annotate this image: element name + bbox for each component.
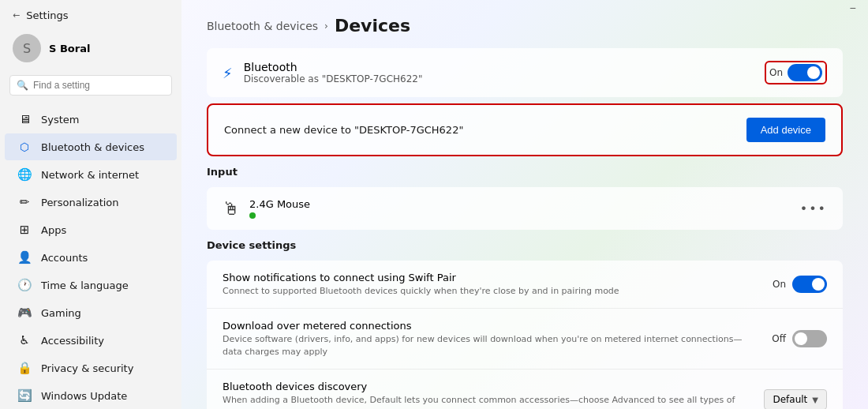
sidebar-item-time[interactable]: 🕐 Time & language [5, 272, 177, 298]
minimize-button[interactable]: ─ [850, 3, 855, 13]
sidebar-item-label: Personalization [41, 197, 119, 208]
back-button[interactable]: ← [13, 10, 20, 21]
discovery-info: Bluetooth devices discovery When adding … [223, 381, 764, 409]
sidebar-item-label: Bluetooth & devices [41, 141, 144, 153]
bluetooth-toggle-container: On [765, 61, 827, 84]
swift-pair-subtitle: Connect to supported Bluetooth devices q… [223, 285, 757, 297]
sidebar-item-privacy[interactable]: 🔒 Privacy & security [5, 355, 177, 381]
main-content: Bluetooth & devices › Devices ⚡ Bluetoot… [181, 0, 868, 409]
privacy-icon: 🔒 [17, 361, 32, 375]
system-icon: 🖥 [17, 112, 32, 126]
sidebar-item-personalization[interactable]: ✏ Personalization [5, 189, 177, 216]
device-info: 🖱 2.4G Mouse [223, 198, 310, 219]
metered-subtitle: Device software (drivers, info, and apps… [223, 333, 756, 358]
add-device-card: Connect a new device to "DESKTOP-7GCH622… [207, 103, 843, 156]
breadcrumb-sep: › [324, 21, 328, 32]
accessibility-icon: ♿ [17, 333, 32, 347]
gaming-icon: 🎮 [17, 306, 32, 320]
chevron-down-icon: ▼ [812, 396, 818, 404]
bluetooth-card: ⚡ Bluetooth Discoverable as "DESKTOP-7GC… [207, 48, 843, 97]
sidebar-item-label: System [41, 114, 79, 126]
metered-control: Off [772, 330, 827, 347]
sidebar-item-label: Gaming [41, 307, 81, 319]
search-box[interactable]: 🔍 [9, 75, 172, 96]
sidebar-item-label: Apps [41, 224, 66, 236]
swift-pair-title: Show notifications to connect using Swif… [223, 272, 757, 283]
network-icon: 🌐 [17, 167, 32, 182]
sidebar-item-label: Accessibility [41, 335, 104, 347]
device-connected-dot [249, 212, 256, 219]
add-device-button[interactable]: Add device [746, 118, 825, 142]
personalization-icon: ✏ [17, 195, 32, 209]
discovery-title: Bluetooth devices discovery [223, 381, 748, 392]
apps-icon: ⊞ [17, 223, 32, 237]
sidebar-item-network[interactable]: 🌐 Network & internet [5, 161, 177, 188]
avatar: S [13, 34, 41, 62]
sidebar-item-update[interactable]: 🔄 Windows Update [5, 382, 177, 409]
metered-info: Download over metered connections Device… [223, 320, 772, 358]
bluetooth-info: ⚡ Bluetooth Discoverable as "DESKTOP-7GC… [223, 61, 422, 84]
window-controls: ─ [850, 3, 855, 13]
page-header: Bluetooth & devices › Devices [181, 0, 868, 48]
metered-title: Download over metered connections [223, 320, 756, 332]
bluetooth-toggle[interactable] [788, 64, 822, 81]
username: S Boral [49, 43, 90, 54]
time-icon: 🕐 [17, 278, 32, 292]
sidebar-item-label: Network & internet [41, 169, 139, 181]
device-settings-label: Device settings [207, 239, 843, 251]
accounts-icon: 👤 [17, 250, 32, 265]
device-settings-card: Show notifications to connect using Swif… [207, 261, 843, 409]
device-more-button[interactable]: ••• [800, 201, 827, 216]
sidebar-item-label: Privacy & security [41, 362, 133, 374]
titlebar: ← Settings [0, 0, 181, 28]
device-card: 🖱 2.4G Mouse ••• [207, 187, 843, 230]
user-section: S S Boral [0, 28, 181, 69]
bluetooth-discoverable: Discoverable as "DESKTOP-7GCH622" [244, 73, 423, 84]
discovery-dropdown-value: Default [773, 394, 807, 405]
sidebar-item-label: Windows Update [41, 390, 127, 402]
nav-list: 🖥 System ⬡ Bluetooth & devices 🌐 Network… [0, 102, 181, 409]
discovery-control: Default ▼ [764, 389, 827, 409]
sidebar-item-gaming[interactable]: 🎮 Gaming [5, 299, 177, 326]
update-icon: 🔄 [17, 388, 32, 403]
input-label: Input [207, 166, 843, 178]
swift-pair-control: On [773, 276, 827, 293]
sidebar-item-label: Time & language [41, 280, 129, 291]
app-title: Settings [26, 9, 68, 21]
bluetooth-toggle-label: On [769, 67, 783, 78]
metered-toggle-label: Off [772, 333, 786, 344]
sidebar-item-apps[interactable]: ⊞ Apps [5, 216, 177, 243]
discovery-row: Bluetooth devices discovery When adding … [207, 370, 843, 409]
bluetooth-device-icon: ⚡ [223, 65, 233, 81]
breadcrumb-current: Devices [335, 16, 410, 36]
metered-row: Download over metered connections Device… [207, 309, 843, 370]
breadcrumb: Bluetooth & devices › Devices [207, 16, 843, 36]
swift-pair-row: Show notifications to connect using Swif… [207, 261, 843, 309]
discovery-subtitle: When adding a Bluetooth device, Default … [223, 394, 748, 409]
device-settings-header: Device settings [207, 236, 843, 254]
breadcrumb-parent[interactable]: Bluetooth & devices [207, 20, 318, 32]
input-section-header: Input [207, 163, 843, 181]
sidebar-item-system[interactable]: 🖥 System [5, 106, 177, 133]
mouse-icon: 🖱 [223, 199, 240, 219]
search-input[interactable] [33, 80, 165, 91]
add-device-text: Connect a new device to "DESKTOP-7GCH622… [224, 124, 463, 136]
swift-pair-toggle-label: On [773, 279, 786, 290]
sidebar-item-bluetooth[interactable]: ⬡ Bluetooth & devices [5, 133, 177, 160]
swift-pair-info: Show notifications to connect using Swif… [223, 272, 773, 297]
sidebar-item-accessibility[interactable]: ♿ Accessibility [5, 327, 177, 354]
metered-toggle[interactable] [792, 330, 827, 347]
search-icon: 🔍 [17, 80, 28, 91]
device-name: 2.4G Mouse [249, 198, 310, 210]
sidebar: ← Settings S S Boral 🔍 🖥 System ⬡ Blueto… [0, 0, 181, 409]
sidebar-item-label: Accounts [41, 252, 88, 264]
bluetooth-name: Bluetooth [244, 61, 423, 73]
bluetooth-icon: ⬡ [17, 140, 32, 154]
discovery-dropdown[interactable]: Default ▼ [764, 389, 827, 409]
sidebar-item-accounts[interactable]: 👤 Accounts [5, 244, 177, 271]
swift-pair-toggle[interactable] [792, 276, 827, 293]
content-area: ⚡ Bluetooth Discoverable as "DESKTOP-7GC… [181, 48, 868, 409]
